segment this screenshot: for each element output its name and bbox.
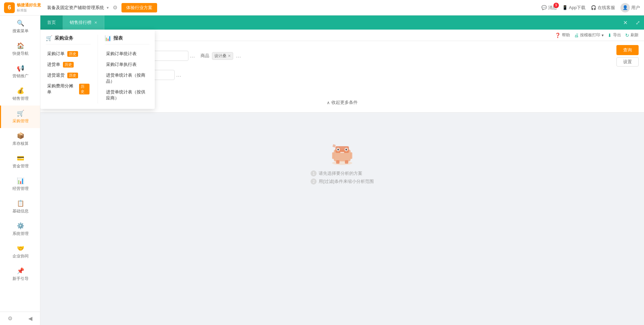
sidebar-item-basic-info[interactable]: 📋 基础信息	[0, 196, 40, 218]
export-label: 导出	[613, 32, 621, 38]
sidebar-label-purchase: 采购管理	[12, 118, 29, 124]
menu-item-order-exec[interactable]: 采购订单执行表	[105, 59, 150, 70]
sidebar-label-search: 搜索菜单	[12, 28, 29, 34]
sidebar-item-capital[interactable]: 💳 资金管理	[0, 151, 40, 173]
svg-rect-10	[336, 160, 339, 164]
sidebar-item-system[interactable]: ⚙️ 系统管理	[0, 218, 40, 241]
help-btn[interactable]: ❓ 帮助	[555, 32, 570, 38]
menu-item-order-stats[interactable]: 采购订单统计表	[105, 48, 150, 59]
refresh-btn[interactable]: ↻ 刷新	[625, 32, 639, 38]
product-tag-close[interactable]: ✕	[228, 54, 231, 58]
empty-state-icon	[325, 139, 359, 166]
salesperson-ellipsis[interactable]: …	[176, 72, 181, 78]
tab-home-label: 首页	[47, 19, 56, 26]
menu-item-purchase-order[interactable]: 采购订单 历史	[46, 48, 91, 59]
voucher-status-ellipsis[interactable]: …	[190, 53, 195, 59]
svg-point-6	[346, 149, 347, 151]
system-title: 装备及固定资产辅助管理系统	[47, 5, 104, 11]
report-menu-header: 📊 报表	[105, 35, 150, 44]
industry-button[interactable]: 体验行业方案	[121, 3, 157, 12]
sidebar-label-quick-nav: 快捷导航	[12, 51, 29, 56]
version-label: 标准版	[17, 8, 41, 12]
svg-point-5	[337, 149, 339, 151]
phone-icon: 📱	[562, 5, 568, 10]
menu-item-return[interactable]: 进货退货 历史	[46, 70, 91, 81]
headset-icon: 🎧	[591, 5, 596, 10]
logo-icon: 6	[4, 2, 15, 13]
notification-icon: 💬	[541, 5, 547, 10]
svg-rect-7	[340, 152, 344, 153]
system-settings-icon[interactable]: ⚙	[113, 4, 117, 11]
sidebar-item-inventory[interactable]: 📦 库存核算	[0, 128, 40, 151]
menu-item-inbound-stats-product-label: 进货单统计表（按商品）	[106, 72, 148, 84]
app-download-item[interactable]: 📱 App下载	[562, 5, 585, 11]
report-menu-column: 📊 报表 采购订单统计表 采购订单执行表 进货单统计表（按商品） 进货单统计表（…	[105, 35, 150, 104]
menu-separator	[98, 35, 98, 104]
purchase-icon: 🛒	[17, 110, 24, 117]
sidebar-collapse-icon[interactable]: ◀	[28, 315, 32, 322]
sidebar-item-quick-nav[interactable]: 🏠 快捷导航	[0, 38, 40, 60]
export-btn[interactable]: ⬇ 导出	[608, 32, 621, 38]
app-download-label: App下载	[569, 5, 585, 11]
product-tag-value: 设计桑	[214, 53, 226, 59]
tab-close-icon[interactable]: ✕	[94, 21, 97, 25]
user-avatar: 👤	[620, 3, 630, 12]
sidebar-item-marketing[interactable]: 📢 营销推广	[0, 60, 40, 83]
menu-item-purchase-inbound[interactable]: 进货单 历史	[46, 59, 91, 70]
sidebar-label-capital: 资金管理	[12, 163, 29, 169]
menu-item-inbound-stats-supplier[interactable]: 进货单统计表（按供应商）	[105, 87, 150, 104]
sidebar-item-operation[interactable]: 📊 经营管理	[0, 173, 40, 196]
top-header: 6 畅捷通好生意 标准版 装备及固定资产辅助管理系统 ▾ ⚙ 体验行业方案 💬 …	[0, 0, 644, 15]
online-service-item[interactable]: 🎧 在线客服	[591, 5, 615, 11]
empty-tips: 1 请先选择要分析的方案 2 用[过滤]条件来缩小分析范围	[311, 170, 373, 185]
tip-num-2: 2	[311, 178, 317, 185]
expense-badge: 历史	[79, 84, 90, 94]
sidebar-label-inventory: 库存核算	[12, 141, 29, 147]
tab-close-all-icon[interactable]: ✕	[619, 19, 632, 26]
product-ellipsis[interactable]: …	[236, 53, 241, 59]
tab-maximize-icon[interactable]: ⤢	[632, 19, 644, 26]
svg-point-0	[332, 161, 352, 165]
query-button[interactable]: 查询	[616, 45, 639, 55]
notification-badge: 9	[553, 3, 559, 8]
tab-home[interactable]: 首页	[40, 15, 63, 30]
tab-sales-rank[interactable]: 销售排行榜 ✕	[63, 15, 104, 30]
sidebar-settings-icon[interactable]: ⚙	[8, 315, 12, 322]
user-item[interactable]: 👤 用户	[620, 3, 640, 12]
tip-text-2: 用[过滤]条件来缩小分析范围	[319, 178, 373, 185]
system-icon: ⚙️	[17, 222, 24, 230]
brand-name: 畅捷通好生意	[17, 3, 41, 8]
return-badge: 历史	[67, 73, 78, 78]
menu-item-inbound-stats-supplier-label: 进货单统计表（按供应商）	[106, 89, 148, 101]
menu-item-expense[interactable]: 采购费用分摊单 历史	[46, 81, 91, 97]
basic-info-icon: 📋	[17, 200, 24, 207]
collapse-arrow-icon: ∧	[327, 100, 330, 105]
notification-item[interactable]: 💬 消息 9	[541, 5, 557, 11]
refresh-icon: ↻	[625, 33, 629, 38]
sidebar-label-cooperation: 企业协同	[12, 253, 29, 259]
sidebar-item-cooperation[interactable]: 🤝 企业协同	[0, 241, 40, 263]
export-icon: ⬇	[608, 33, 612, 38]
settings-button[interactable]: 设置	[616, 57, 639, 67]
system-title-area: 装备及固定资产辅助管理系统 ▾ ⚙	[47, 4, 117, 11]
menu-item-return-label: 进货退货	[47, 72, 65, 78]
tip-num-1: 1	[311, 170, 317, 176]
menu-item-purchase-order-label: 采购订单	[47, 51, 65, 57]
print-dropdown-icon[interactable]: ▾	[602, 33, 604, 38]
purchase-menu-column: 🛒 采购业务 采购订单 历史 进货单 历史 进货退货 历史	[46, 35, 91, 104]
logo-area: 6 畅捷通好生意 标准版	[4, 2, 44, 13]
sidebar-item-guide[interactable]: 📌 新手引导	[0, 263, 40, 286]
system-dropdown-arrow[interactable]: ▾	[107, 5, 109, 10]
sidebar-item-search[interactable]: 🔍 搜索菜单	[0, 15, 40, 38]
collapse-label: 收起更多条件	[331, 99, 358, 106]
menu-item-inbound-label: 进货单	[47, 62, 60, 68]
empty-state: 1 请先选择要分析的方案 2 用[过滤]条件来缩小分析范围	[40, 113, 644, 211]
purchase-order-badge: 历史	[67, 51, 78, 57]
menu-item-inbound-stats-product[interactable]: 进货单统计表（按商品）	[105, 70, 150, 87]
report-menu-title: 报表	[113, 35, 123, 41]
user-label: 用户	[631, 5, 640, 11]
purchase-menu-icon: 🛒	[46, 35, 52, 41]
print-btn[interactable]: 🖨 按模板打印 ▾	[574, 32, 604, 38]
sidebar-item-sales[interactable]: 💰 销售管理	[0, 83, 40, 106]
sidebar-item-purchase[interactable]: 🛒 采购管理	[0, 106, 40, 128]
